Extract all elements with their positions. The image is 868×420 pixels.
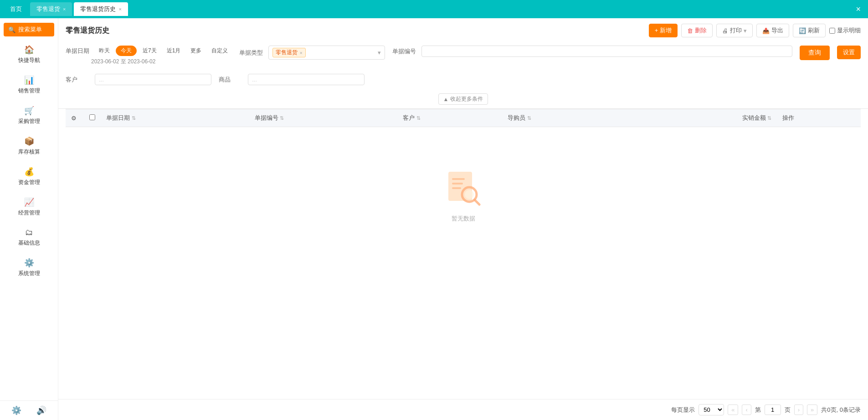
th-amount-sort-icon: ⇅: [767, 115, 771, 121]
sidebar-item-inventory[interactable]: 📦 库存核算: [2, 132, 56, 160]
print-button-label: 打印: [730, 26, 742, 35]
date-btn-yesterday[interactable]: 昨天: [95, 46, 114, 56]
table-header-row: ⚙ 单据日期 ⇅ 单据编号 ⇅: [66, 109, 861, 127]
date-btn-1month[interactable]: 近1月: [163, 46, 185, 56]
toolbar: + 新增 🗑 删除 🖨 打印 ▾ 📤 导出: [649, 24, 861, 37]
empty-state: 暂无数据: [71, 132, 855, 259]
sidebar-item-sales-label: 销售管理: [18, 87, 40, 95]
customer-select[interactable]: ...: [95, 74, 211, 85]
delete-icon: 🗑: [687, 27, 693, 34]
th-date[interactable]: 单据日期 ⇅: [101, 109, 249, 127]
prev-page-button[interactable]: ‹: [742, 405, 751, 415]
doc-type-select[interactable]: 零售退货 × ▾: [268, 46, 385, 60]
select-all-checkbox[interactable]: [89, 114, 95, 120]
home-icon: 🏠: [24, 45, 34, 55]
page-label-text: 第: [755, 406, 761, 414]
table-container[interactable]: ⚙ 单据日期 ⇅ 单据编号 ⇅: [58, 109, 868, 399]
print-icon: 🖨: [722, 27, 728, 34]
sales-icon: 📊: [24, 75, 34, 85]
next-page-icon: ›: [798, 406, 800, 413]
svg-rect-2: [452, 183, 463, 184]
inventory-icon: 📦: [24, 136, 34, 146]
sidebar-item-operations[interactable]: 📈 经营管理: [2, 193, 56, 221]
customer-placeholder: ...: [99, 76, 104, 83]
tab-home-label: 首页: [10, 5, 22, 13]
search-icon: 🔍: [8, 26, 15, 33]
print-button[interactable]: 🖨 打印 ▾: [716, 24, 753, 37]
delete-button-label: 删除: [695, 26, 707, 35]
th-settings[interactable]: ⚙: [66, 109, 84, 127]
refresh-button[interactable]: 🔄 刷新: [793, 24, 826, 37]
new-button[interactable]: + 新增: [649, 24, 678, 37]
sidebar-item-quick-nav[interactable]: 🏠 快捷导航: [2, 40, 56, 69]
export-button-label: 导出: [771, 26, 783, 35]
date-btn-more[interactable]: 更多: [186, 46, 205, 56]
goods-label: 商品: [219, 76, 244, 84]
date-btn-7days[interactable]: 近7天: [139, 46, 161, 56]
empty-state-row: 暂无数据: [66, 127, 861, 264]
finance-icon: 💰: [24, 167, 34, 177]
window-close-button[interactable]: ×: [852, 5, 864, 14]
first-page-button[interactable]: «: [728, 405, 738, 415]
date-btn-today[interactable]: 今天: [116, 46, 137, 56]
sidebar-bottom: ⚙️ 🔊: [0, 400, 58, 420]
refresh-button-label: 刷新: [808, 26, 820, 35]
per-page-label: 每页显示: [671, 406, 695, 414]
settings-button[interactable]: 设置: [837, 46, 861, 59]
doc-type-tag-close[interactable]: ×: [299, 50, 302, 56]
svg-point-5: [465, 190, 474, 199]
settings-bottom-icon[interactable]: ⚙️: [11, 405, 21, 415]
next-page-button[interactable]: ›: [794, 405, 803, 415]
sidebar-search-bar[interactable]: 🔍 搜索菜单: [4, 23, 54, 36]
volume-bottom-icon[interactable]: 🔊: [36, 405, 46, 415]
sidebar-item-system-label: 系统管理: [18, 270, 40, 277]
tab-retail-return[interactable]: 零售退货 ×: [30, 2, 72, 16]
th-action-label: 操作: [782, 114, 794, 121]
top-bar: 首页 零售退货 × 零售退货历史 × ×: [0, 0, 868, 18]
settings-column-icon[interactable]: ⚙: [71, 115, 77, 122]
th-guide[interactable]: 导购员 ⇅: [502, 109, 629, 127]
tab-home[interactable]: 首页: [4, 2, 28, 16]
sidebar-item-sales-mgmt[interactable]: 📊 销售管理: [2, 71, 56, 99]
last-page-button[interactable]: »: [807, 405, 817, 415]
doc-number-label: 单据编号: [392, 47, 418, 56]
sidebar-item-inventory-label: 库存核算: [18, 148, 40, 156]
current-page-input[interactable]: [765, 405, 781, 415]
query-button-label: 查询: [808, 49, 821, 57]
delete-button[interactable]: 🗑 删除: [681, 24, 713, 37]
date-range-display: 2023-06-02 至 2023-06-02: [91, 58, 155, 66]
collapse-button[interactable]: ▲ 收起更多条件: [438, 93, 488, 105]
date-filter-label: 单据日期: [66, 47, 91, 55]
show-details-checkbox-label[interactable]: 显示明细: [829, 26, 861, 35]
query-button[interactable]: 查询: [800, 46, 830, 60]
filter-section: 单据日期 昨天 今天 近7天 近1月 更多 自定义 202: [66, 42, 861, 108]
show-details-checkbox[interactable]: [829, 28, 835, 34]
basic-info-icon: 🗂: [25, 228, 33, 237]
settings-button-label: 设置: [843, 48, 855, 56]
sidebar-item-purchase-mgmt[interactable]: 🛒 采购管理: [2, 101, 56, 130]
doc-number-filter-item: 单据编号: [392, 46, 792, 57]
tab-retail-return-history[interactable]: 零售退货历史 ×: [74, 2, 128, 16]
collapse-icon: ▲: [443, 96, 449, 102]
doc-number-input[interactable]: [421, 46, 792, 57]
customer-label: 客户: [66, 76, 91, 84]
th-checkbox[interactable]: [84, 109, 101, 127]
export-button[interactable]: 📤 导出: [756, 24, 789, 37]
sidebar-item-system-mgmt[interactable]: ⚙️ 系统管理: [2, 253, 56, 282]
sidebar-item-basic-info[interactable]: 🗂 基础信息: [2, 223, 56, 251]
per-page-select[interactable]: 50 20 100: [699, 404, 724, 415]
sidebar-item-operations-label: 经营管理: [18, 209, 40, 217]
doc-type-tag: 零售退货 ×: [272, 48, 305, 57]
date-btn-custom[interactable]: 自定义: [207, 46, 232, 56]
th-customer[interactable]: 客户 ⇅: [397, 109, 502, 127]
tab-retail-return-history-close[interactable]: ×: [118, 6, 121, 12]
sidebar-item-finance[interactable]: 💰 资金管理: [2, 162, 56, 191]
th-date-label: 单据日期: [106, 114, 130, 121]
last-page-icon: »: [811, 406, 814, 413]
purchase-icon: 🛒: [24, 106, 34, 116]
goods-select[interactable]: ...: [248, 74, 365, 85]
sidebar-item-basic-info-label: 基础信息: [18, 239, 40, 247]
th-amount[interactable]: 实销金额 ⇅: [629, 109, 777, 127]
tab-retail-return-close[interactable]: ×: [63, 6, 66, 12]
th-number[interactable]: 单据编号 ⇅: [249, 109, 398, 127]
